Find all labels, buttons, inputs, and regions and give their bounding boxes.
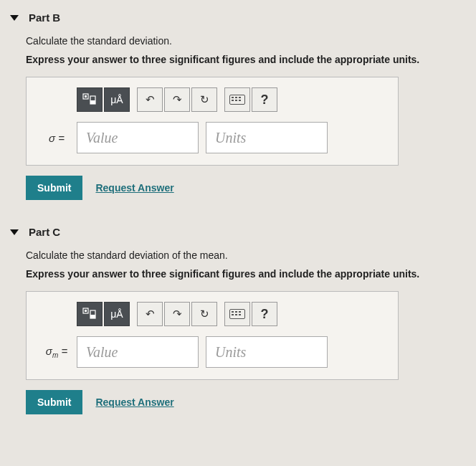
submit-button[interactable]: Submit	[26, 176, 82, 200]
units-micro-angstrom-icon[interactable]: μÅ	[104, 87, 130, 112]
part-c-body: Calculate the standard deviation of the …	[0, 249, 476, 414]
caret-down-icon	[10, 15, 19, 21]
redo-icon[interactable]: ↷	[164, 302, 190, 326]
part-b-header[interactable]: Part B	[0, 7, 476, 35]
part-c-prompt: Calculate the standard deviation of the …	[26, 249, 450, 261]
part-b-input-row: σ = Value Units	[37, 122, 388, 153]
reset-icon[interactable]: ↻	[191, 87, 217, 112]
template-icon[interactable]	[77, 302, 103, 326]
value-input[interactable]: Value	[77, 122, 199, 153]
part-c-header[interactable]: Part C	[0, 222, 476, 249]
undo-icon[interactable]: ↶	[137, 302, 163, 326]
part-b-body: Calculate the standard deviation. Expres…	[0, 35, 476, 200]
keyboard-icon[interactable]	[224, 302, 250, 326]
keyboard-icon[interactable]	[224, 87, 250, 112]
part-c-input-row: σm = Value Units	[37, 336, 388, 368]
part-c-title: Part C	[29, 226, 60, 238]
part-b-prompt: Calculate the standard deviation.	[26, 35, 450, 47]
svg-rect-3	[90, 100, 95, 104]
part-b-instructions: Express your answer to three significant…	[26, 54, 450, 65]
request-answer-link[interactable]: Request Answer	[95, 396, 173, 408]
part-c-toolbar: μÅ ↶ ↷ ↻ ?	[77, 302, 388, 326]
sigma-m-label: σm =	[37, 336, 77, 368]
part-b-toolbar: μÅ ↶ ↷ ↻ ?	[77, 87, 388, 112]
caret-down-icon	[10, 229, 19, 235]
value-input[interactable]: Value	[77, 336, 199, 368]
svg-rect-7	[90, 315, 95, 318]
svg-rect-5	[85, 310, 87, 312]
reset-icon[interactable]: ↻	[191, 302, 217, 326]
units-input[interactable]: Units	[206, 336, 328, 368]
part-c-answer-box: μÅ ↶ ↷ ↻ ? σm = Value Units	[26, 291, 399, 380]
part-b-section: Part B Calculate the standard deviation.…	[0, 0, 476, 214]
part-b-actions: Submit Request Answer	[26, 176, 450, 200]
units-micro-angstrom-icon[interactable]: μÅ	[104, 302, 130, 326]
sigma-label: σ =	[37, 122, 77, 153]
help-icon[interactable]: ?	[252, 87, 277, 112]
svg-rect-1	[85, 95, 87, 98]
submit-button[interactable]: Submit	[26, 390, 82, 414]
part-b-answer-box: μÅ ↶ ↷ ↻ ? σ = Value Units	[26, 77, 399, 166]
part-c-actions: Submit Request Answer	[26, 390, 450, 414]
template-icon[interactable]	[77, 87, 103, 112]
undo-icon[interactable]: ↶	[137, 87, 163, 112]
part-c-section: Part C Calculate the standard deviation …	[0, 214, 476, 429]
request-answer-link[interactable]: Request Answer	[95, 182, 173, 194]
units-input[interactable]: Units	[206, 122, 328, 153]
part-c-instructions: Express your answer to three significant…	[26, 268, 450, 280]
part-b-title: Part B	[29, 11, 60, 24]
help-icon[interactable]: ?	[252, 302, 277, 326]
redo-icon[interactable]: ↷	[164, 87, 190, 112]
